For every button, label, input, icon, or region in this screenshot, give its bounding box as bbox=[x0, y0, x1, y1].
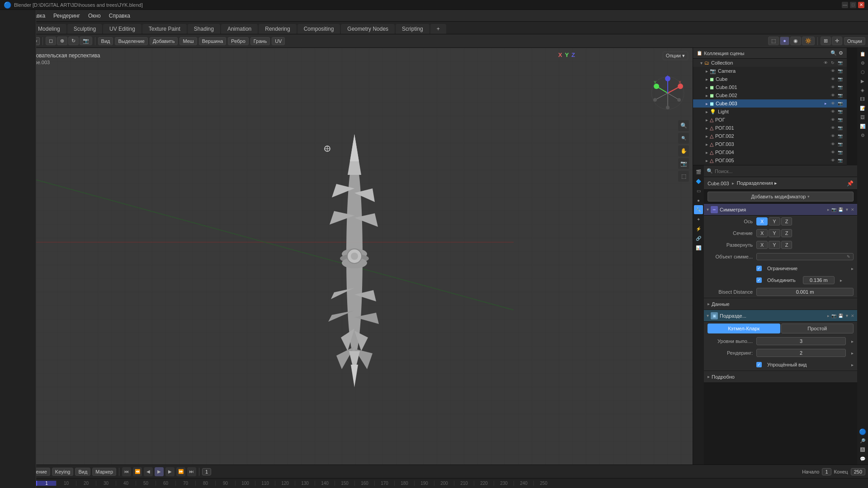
outliner-rog004[interactable]: ▸ △ РОГ.004 👁 📷 bbox=[693, 148, 847, 156]
sym-btn-2[interactable]: 📷 bbox=[831, 207, 836, 212]
end-frame-input[interactable]: 250 bbox=[851, 468, 865, 475]
eye-rog005[interactable]: 👁 bbox=[830, 157, 836, 164]
menu-help[interactable]: Справка bbox=[105, 12, 134, 20]
render-levels-arrow[interactable]: ▸ bbox=[851, 351, 854, 356]
tab-modeling[interactable]: Modeling bbox=[32, 24, 66, 34]
current-frame-input[interactable]: 1 bbox=[202, 468, 211, 475]
camera-btn[interactable]: 📷 bbox=[678, 158, 689, 169]
catmull-tab[interactable]: Кэтмел-Кларк bbox=[708, 324, 780, 333]
merge-arrow[interactable]: ▸ bbox=[840, 278, 842, 283]
step-back-btn[interactable]: ⏪ bbox=[133, 467, 142, 476]
eye-rog002[interactable]: 👁 bbox=[830, 133, 836, 139]
render-rog005[interactable]: 📷 bbox=[837, 157, 843, 164]
ri-addon1[interactable]: 🔎 bbox=[859, 436, 867, 445]
view-menu[interactable]: Вид bbox=[98, 37, 113, 45]
sym-btn-1[interactable]: ▸ bbox=[827, 207, 830, 212]
tab-texture-paint[interactable]: Texture Paint bbox=[142, 24, 187, 34]
render-rog002[interactable]: 📷 bbox=[837, 133, 843, 139]
eye-cube[interactable]: 👁 bbox=[830, 76, 836, 82]
props-search-input[interactable] bbox=[715, 169, 854, 174]
eye-cube003[interactable]: 👁 bbox=[830, 100, 836, 107]
ri-spreadsheet[interactable]: 📊 bbox=[859, 122, 867, 130]
overlay-btn[interactable]: ⊞ bbox=[821, 37, 831, 45]
bisect-z-btn[interactable]: Z bbox=[781, 229, 793, 237]
props-header-pin[interactable]: 📌 bbox=[847, 180, 854, 187]
timeline-marker-btn[interactable]: Маркер bbox=[92, 468, 116, 476]
tool-icon-4[interactable]: 📷 bbox=[80, 37, 92, 45]
details-section[interactable]: ▸ Подробно bbox=[704, 371, 857, 382]
render-levels-value[interactable]: 2 bbox=[756, 349, 846, 357]
render-icon-col[interactable]: 📷 bbox=[837, 60, 843, 66]
timeline-keying-btn[interactable]: Keying bbox=[52, 468, 74, 476]
sym-btn-3[interactable]: 💾 bbox=[838, 207, 843, 212]
render-rog004[interactable]: 📷 bbox=[837, 149, 843, 155]
props-modifier[interactable]: 🔧 bbox=[694, 205, 703, 214]
sym-btn-4[interactable]: ▼ bbox=[845, 207, 849, 212]
outliner-cube001[interactable]: ▸ ◼ Cube.001 👁 📷 bbox=[693, 83, 847, 91]
flip-y-btn[interactable]: Y bbox=[769, 241, 780, 249]
uv-menu[interactable]: UV bbox=[272, 37, 285, 45]
props-object[interactable]: 🔷 bbox=[694, 177, 703, 186]
eye-camera[interactable]: 👁 bbox=[830, 68, 836, 74]
props-constraints[interactable]: 🔗 bbox=[694, 234, 703, 243]
merge-checkbox[interactable]: ✓ bbox=[756, 277, 762, 283]
render-camera[interactable]: 📷 bbox=[837, 68, 843, 74]
tab-add[interactable]: + bbox=[430, 24, 446, 34]
viewport-3d[interactable]: Пользовательская перспектива (1) Cube.00… bbox=[16, 48, 693, 465]
props-physics[interactable]: ⚡ bbox=[694, 224, 703, 233]
collapse-subdiv[interactable]: ▾ bbox=[707, 313, 709, 318]
outliner-camera[interactable]: ▸ 📷 Camera 👁 📷 bbox=[693, 67, 847, 75]
tab-scripting[interactable]: Scripting bbox=[396, 24, 429, 34]
props-particles[interactable]: ✦ bbox=[694, 215, 703, 224]
next-keyframe-btn[interactable]: ▶ bbox=[165, 467, 175, 476]
render-cube002[interactable]: 📷 bbox=[837, 92, 843, 99]
bisect-y-btn[interactable]: Y bbox=[769, 229, 780, 237]
eye-rog001[interactable]: 👁 bbox=[830, 125, 836, 131]
ri-addon2[interactable]: 🅰 bbox=[859, 446, 867, 454]
add-modifier-button[interactable]: Добавить модификатор ▾ bbox=[708, 192, 854, 202]
ri-properties[interactable]: ⚙ bbox=[859, 59, 867, 67]
ri-preferences[interactable]: ⚙ bbox=[859, 131, 867, 139]
tab-sculpting[interactable]: Sculpting bbox=[67, 24, 102, 34]
collapse-symmetry[interactable]: ▾ bbox=[707, 207, 709, 212]
render-cube[interactable]: 📷 bbox=[837, 76, 843, 82]
ri-blender[interactable]: 🔵 bbox=[859, 427, 867, 436]
render-light[interactable]: 📷 bbox=[837, 108, 843, 115]
options-label[interactable]: Опции ▾ bbox=[663, 52, 688, 60]
bisect-dist-value[interactable]: 0.001 m bbox=[756, 288, 854, 296]
options-dropdown[interactable]: Опции ▾ bbox=[663, 52, 688, 60]
add-menu[interactable]: Добавить bbox=[150, 37, 178, 45]
limit-arrow[interactable]: ▸ bbox=[851, 266, 854, 271]
outliner-light[interactable]: ▸ 💡 Light 👁 📷 bbox=[693, 108, 847, 116]
limit-checkbox[interactable]: ✓ bbox=[756, 266, 762, 271]
props-scene[interactable]: 🎬 bbox=[694, 167, 703, 176]
eye-icon-col[interactable]: 👁 bbox=[822, 60, 829, 66]
jump-start-btn[interactable]: ⏮ bbox=[122, 467, 131, 476]
subdiv-btn-3[interactable]: 💾 bbox=[838, 314, 843, 318]
axis-y-btn[interactable]: Y bbox=[769, 217, 780, 225]
tool-icon-2[interactable]: ⊕ bbox=[57, 37, 67, 45]
subdiv-btn-4[interactable]: ▼ bbox=[845, 314, 849, 318]
options-btn[interactable]: Опции bbox=[844, 37, 865, 45]
jump-end-btn[interactable]: ⏭ bbox=[187, 467, 196, 476]
outliner-collection[interactable]: ▾ 🗂 Collection 👁 ↻ 📷 bbox=[693, 59, 847, 67]
render-rog[interactable]: 📷 bbox=[837, 117, 843, 123]
zoom-out-btn[interactable]: 🔍 bbox=[678, 133, 689, 144]
ri-dope[interactable]: ◈ bbox=[859, 86, 867, 94]
close-button[interactable]: ✕ bbox=[858, 2, 864, 8]
outliner-rog005[interactable]: ▸ △ РОГ.005 👁 📷 bbox=[693, 156, 847, 164]
outliner-filter-icon[interactable]: ⚙ bbox=[839, 50, 843, 56]
face-menu[interactable]: Грань bbox=[250, 37, 270, 45]
play-btn[interactable]: ▶ bbox=[155, 467, 164, 476]
zoom-in-btn[interactable]: 🔍 bbox=[678, 120, 689, 131]
simplified-checkbox[interactable]: ✓ bbox=[756, 362, 762, 367]
start-frame-input[interactable]: 1 bbox=[822, 468, 831, 475]
mirror-obj-picker[interactable]: ✎ bbox=[847, 254, 850, 259]
outliner-search-icon[interactable]: 🔍 bbox=[830, 50, 837, 56]
subdiv-btn-1[interactable]: ▸ bbox=[827, 314, 830, 318]
render-cube003[interactable]: 📷 bbox=[837, 100, 843, 107]
data-section-header[interactable]: ▸ Данные bbox=[704, 298, 857, 310]
menu-window[interactable]: Окно bbox=[85, 12, 104, 20]
outliner-rog001[interactable]: ▸ △ РОГ.001 👁 📷 bbox=[693, 124, 847, 132]
mesh-menu[interactable]: Меш bbox=[179, 37, 197, 45]
